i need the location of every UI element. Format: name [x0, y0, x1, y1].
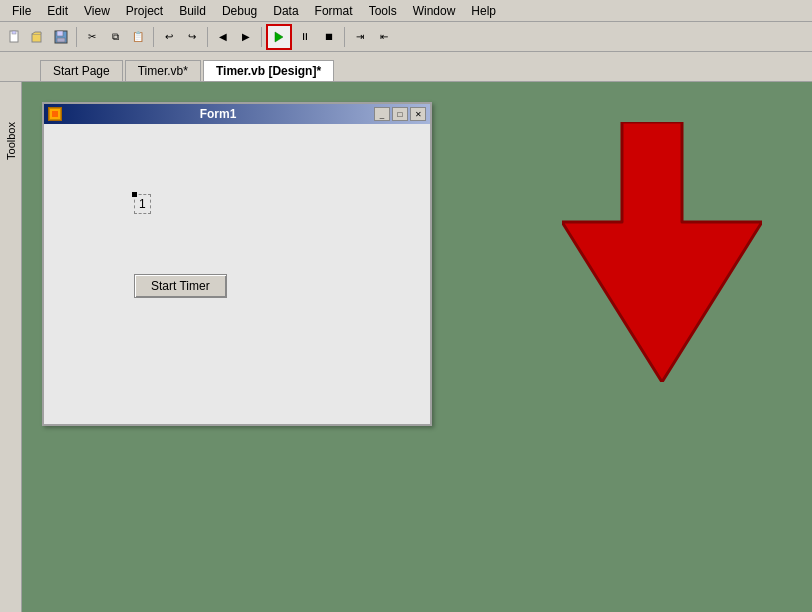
toolbar-group-file	[4, 26, 72, 48]
menu-build[interactable]: Build	[171, 2, 214, 20]
design-area: Form1 _ □ ✕ 1 Start Timer	[22, 82, 812, 612]
start-timer-button[interactable]: Start Timer	[134, 274, 227, 298]
toolbar-group-debug: ◀ ▶	[212, 26, 257, 48]
tab-bar: Start Page Timer.vb* Timer.vb [Design]*	[0, 52, 812, 82]
form-window-controls: _ □ ✕	[374, 107, 426, 121]
menu-help[interactable]: Help	[463, 2, 504, 20]
form-window: Form1 _ □ ✕ 1 Start Timer	[42, 102, 432, 426]
form-minimize-button[interactable]: _	[374, 107, 390, 121]
nav-back-button[interactable]: ◀	[212, 26, 234, 48]
toolbox-sidebar[interactable]: Toolbox	[0, 82, 22, 612]
menu-format[interactable]: Format	[307, 2, 361, 20]
form-close-button[interactable]: ✕	[410, 107, 426, 121]
start-debugging-button[interactable]	[266, 24, 292, 50]
paste-button[interactable]: 📋	[127, 26, 149, 48]
menu-edit[interactable]: Edit	[39, 2, 76, 20]
indent-button[interactable]: ⇥	[349, 26, 371, 48]
main-area: Toolbox Form1 _ □ ✕	[0, 82, 812, 612]
menu-bar: File Edit View Project Build Debug Data …	[0, 0, 812, 22]
copy-button[interactable]: ⧉	[104, 26, 126, 48]
stop-button[interactable]: ⏹	[318, 26, 340, 48]
svg-marker-6	[275, 32, 283, 42]
menu-window[interactable]: Window	[405, 2, 464, 20]
label1-control[interactable]: 1	[134, 194, 151, 214]
svg-marker-9	[562, 122, 762, 382]
tab-timer-vb[interactable]: Timer.vb*	[125, 60, 201, 81]
form-titlebar: Form1 _ □ ✕	[44, 104, 430, 124]
open-file-button[interactable]	[27, 26, 49, 48]
new-project-button[interactable]	[4, 26, 26, 48]
toolbar-sep-4	[261, 27, 262, 47]
label-resize-handle[interactable]	[132, 192, 137, 197]
toolbar-sep-3	[207, 27, 208, 47]
red-arrow-annotation	[562, 122, 762, 385]
nav-forward-button[interactable]: ▶	[235, 26, 257, 48]
save-button[interactable]	[50, 26, 72, 48]
undo-button[interactable]: ↩	[158, 26, 180, 48]
svg-rect-5	[57, 38, 65, 42]
tab-timer-design[interactable]: Timer.vb [Design]*	[203, 60, 334, 81]
tab-start-page[interactable]: Start Page	[40, 60, 123, 81]
form-maximize-button[interactable]: □	[392, 107, 408, 121]
outdent-button[interactable]: ⇤	[373, 26, 395, 48]
form-title: Form1	[62, 107, 374, 121]
menu-data[interactable]: Data	[265, 2, 306, 20]
svg-rect-4	[57, 31, 63, 36]
pause-button[interactable]: ⏸	[294, 26, 316, 48]
redo-button[interactable]: ↪	[181, 26, 203, 48]
menu-project[interactable]: Project	[118, 2, 171, 20]
svg-rect-8	[52, 111, 58, 117]
toolbar: ✂ ⧉ 📋 ↩ ↪ ◀ ▶ ⏸ ⏹ ⇥ ⇤	[0, 22, 812, 52]
svg-rect-1	[12, 31, 16, 34]
svg-rect-2	[32, 34, 41, 42]
menu-tools[interactable]: Tools	[361, 2, 405, 20]
form-body[interactable]: 1 Start Timer	[44, 124, 430, 424]
toolbox-label: Toolbox	[5, 122, 17, 160]
menu-debug[interactable]: Debug	[214, 2, 265, 20]
label1-text: 1	[139, 197, 146, 211]
menu-file[interactable]: File	[4, 2, 39, 20]
form-icon	[48, 107, 62, 121]
menu-view[interactable]: View	[76, 2, 118, 20]
cut-button[interactable]: ✂	[81, 26, 103, 48]
toolbar-sep-5	[344, 27, 345, 47]
toolbar-group-edit: ✂ ⧉ 📋	[81, 26, 149, 48]
toolbar-group-nav: ↩ ↪	[158, 26, 203, 48]
toolbar-sep-1	[76, 27, 77, 47]
toolbar-sep-2	[153, 27, 154, 47]
